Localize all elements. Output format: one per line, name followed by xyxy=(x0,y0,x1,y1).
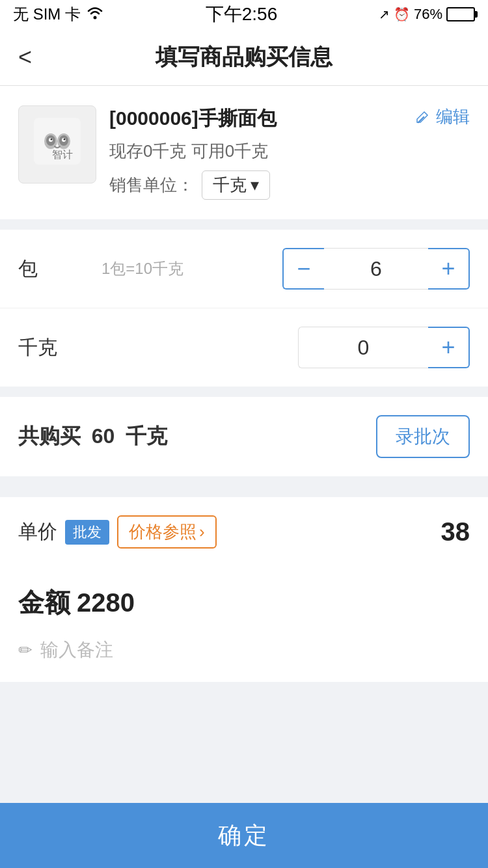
status-indicators: ↗ ⏰ 76% xyxy=(379,6,475,23)
bag-increment-button[interactable]: + xyxy=(428,248,470,290)
bag-qty-control: − 6 + xyxy=(282,248,470,290)
batch-button[interactable]: 录批次 xyxy=(376,415,470,458)
amount-row: 金额 2280 ✏ 输入备注 xyxy=(0,567,488,682)
kg-label: 千克 xyxy=(18,334,96,361)
location-icon: ↗ xyxy=(379,7,390,22)
quantity-section: 包 1包=10千克 − 6 + 千克 + xyxy=(0,230,488,387)
kg-quantity-input[interactable] xyxy=(298,327,428,368)
unit-value: 千克 xyxy=(213,174,247,197)
svg-point-8 xyxy=(51,138,53,140)
price-label: 单价 xyxy=(18,519,57,545)
note-row[interactable]: ✏ 输入备注 xyxy=(18,631,470,669)
product-thumbnail: 智计 xyxy=(18,105,96,183)
status-time: 下午2:56 xyxy=(206,2,278,27)
svg-text:智计: 智计 xyxy=(52,149,73,160)
bag-hint: 1包=10千克 xyxy=(102,258,282,279)
status-bar: 无 SIM 卡 下午2:56 ↗ ⏰ 76% xyxy=(0,0,488,29)
total-text: 共购买 60 千克 xyxy=(18,422,167,451)
total-amount: 60 xyxy=(92,424,115,448)
price-value: 38 xyxy=(441,517,470,547)
svg-point-9 xyxy=(64,138,66,140)
unit-selector[interactable]: 千克 ▾ xyxy=(202,170,270,200)
product-stock: 现存0千克 可用0千克 xyxy=(109,140,470,163)
product-unit-row: 销售单位： 千克 ▾ xyxy=(109,170,470,200)
price-row: 单价 批发 价格参照 › 38 xyxy=(18,515,470,549)
price-section: 单价 批发 价格参照 › 38 xyxy=(0,497,488,567)
amount-label: 金额 2280 xyxy=(18,585,470,621)
battery-icon xyxy=(446,7,475,21)
bag-label: 包 xyxy=(18,256,96,282)
bag-quantity-input[interactable]: 6 xyxy=(324,248,428,290)
chevron-right-icon: › xyxy=(199,522,205,542)
nav-bar: < 填写商品购买信息 xyxy=(0,29,488,86)
price-badge: 批发 xyxy=(65,520,109,545)
total-row: 共购买 60 千克 录批次 xyxy=(0,397,488,476)
price-reference-button[interactable]: 价格参照 › xyxy=(117,515,217,549)
alarm-icon: ⏰ xyxy=(394,7,410,22)
back-button[interactable]: < xyxy=(18,44,32,71)
status-carrier: 无 SIM 卡 xyxy=(13,4,104,25)
product-card: 智计 [0000006]手撕面包 现存0千克 可用0千克 销售单位： 千克 ▾ … xyxy=(0,86,488,219)
battery-percent: 76% xyxy=(414,6,442,23)
divider-1 xyxy=(0,487,488,497)
unit-label: 销售单位： xyxy=(109,174,194,197)
wifi-icon xyxy=(86,5,104,23)
page-title: 填写商品购买信息 xyxy=(156,42,332,72)
kg-increment-button[interactable]: + xyxy=(428,327,470,368)
bag-input-row: 包 1包=10千克 − 6 + xyxy=(0,230,488,308)
edit-label: 编辑 xyxy=(436,105,470,128)
svg-point-0 xyxy=(94,16,97,20)
amount-value: 2280 xyxy=(77,588,135,617)
kg-input-row: 千克 + xyxy=(0,308,488,387)
bag-decrement-button[interactable]: − xyxy=(282,248,324,290)
carrier-text: 无 SIM 卡 xyxy=(13,4,81,25)
unit-chevron-icon: ▾ xyxy=(251,175,259,195)
product-logo-icon: 智计 xyxy=(34,118,81,172)
pencil-icon: ✏ xyxy=(18,640,33,660)
note-placeholder: 输入备注 xyxy=(40,638,113,662)
kg-qty-control: + xyxy=(298,327,470,368)
edit-button[interactable]: 编辑 xyxy=(415,105,470,128)
confirm-button[interactable]: 确定 xyxy=(0,803,488,868)
